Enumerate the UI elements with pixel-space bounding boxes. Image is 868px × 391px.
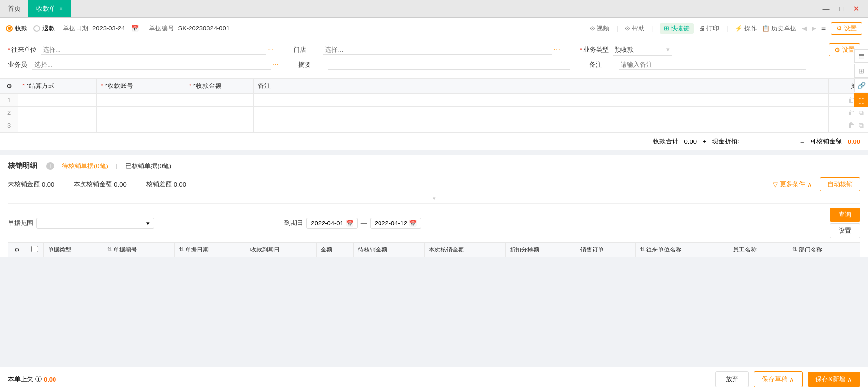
prev-info-icon[interactable]: ⓘ [35,375,42,384]
discard-button[interactable]: 放弃 [715,371,749,387]
cell-settlement-2[interactable] [18,107,97,119]
bottom-th-doc-date: ⇅ 单据日期 [174,243,246,257]
form-setting-label: 设置 [842,45,855,54]
discount-label: 现金折扣: [712,137,739,146]
history-icon: 📋 [762,25,770,32]
print-action[interactable]: 🖨 打印 [699,24,719,33]
calendar-icon[interactable]: 📅 [131,25,139,32]
help-action[interactable]: ⊙ 帮助 [625,24,645,33]
shortcut-icon: ⊞ [664,25,669,32]
video-label: 视频 [597,24,609,33]
auto-verify-button[interactable]: 自动核销 [820,177,860,191]
form-setting-icon: ⚙ [834,46,840,54]
net-value: 0.00 [848,138,860,145]
video-action[interactable]: ⊙ 视频 [590,24,609,33]
copy-row-2-btn[interactable]: ⧉ [859,109,864,116]
delete-row-2-btn[interactable]: 🗑 [848,109,855,116]
filter-icon: ▽ [773,181,778,188]
minimize-btn[interactable]: — [820,4,833,14]
pending-tab[interactable]: 待核销单据(0笔) [62,162,108,170]
sidebar-grid-icon[interactable]: ⊞ [854,64,868,78]
cell-account-3[interactable] [97,119,185,132]
counterpart-more-icon[interactable]: ··· [268,45,274,54]
shortcut-action[interactable]: ⊞ 快捷键 [660,23,694,34]
operation-icon: ⚡ [735,25,743,32]
footer-right: 放弃 保存草稿 ∧ 保存&新增 ∧ [715,371,860,387]
cell-account-1[interactable] [97,94,185,107]
due-date-label: 到期日 [284,219,303,227]
bottom-th-gear[interactable]: ⚙ [8,243,26,257]
due-date-from[interactable]: 2022-04-01 📅 [306,218,358,229]
counterpart-input[interactable] [41,45,266,55]
select-all-checkbox[interactable] [31,246,38,252]
store-more-icon[interactable]: ··· [554,45,560,54]
nav-next[interactable]: ▶ [812,25,816,32]
diff-label: 核销差额 [146,180,172,189]
verify-info-icon[interactable]: i [46,162,54,170]
operation-action[interactable]: ⚡ 操作 [735,24,757,33]
sidebar-expand-icon[interactable]: ⬚ [854,93,868,107]
layout-icon[interactable]: ≡ [821,24,826,33]
nav-prev[interactable]: ◀ [802,25,807,32]
bottom-th-checkbox[interactable] [26,243,44,257]
history-action[interactable]: 📋 历史单据 [762,24,797,33]
cell-notes-1[interactable] [254,94,829,107]
cell-account-2[interactable] [97,107,185,119]
save-draft-button[interactable]: 保存草稿 ∧ [754,371,803,387]
th-notes: 备注 [254,79,829,94]
th-gear[interactable]: ⚙ [0,79,18,94]
tab-close-icon[interactable]: × [59,5,63,12]
window-close-btn[interactable]: ✕ [850,4,862,14]
setting-gear-icon: ⚙ [836,25,842,32]
receipt-radio-dot [8,27,11,30]
cell-amount-2[interactable] [185,107,254,119]
cell-notes-2[interactable] [254,107,829,119]
salesperson-more-icon[interactable]: ··· [272,60,279,69]
total-label: 收款合计 [653,137,678,146]
discount-input[interactable] [745,137,794,146]
current-label: 本次核销金额 [74,180,112,189]
more-conditions-btn[interactable]: ▽ 更多条件 ∧ [773,180,812,189]
equals-sign: = [800,138,804,145]
verify-setting-button[interactable]: 设置 [830,223,860,238]
sep3: | [726,25,728,32]
save-draft-dropdown-icon[interactable]: ∧ [789,376,794,383]
query-button[interactable]: 查询 [830,208,860,222]
cell-settlement-1[interactable] [18,94,97,107]
cell-action-2: 🗑 ⧉ [829,107,868,119]
expand-arrow[interactable]: ▾ [8,194,860,203]
maximize-btn[interactable]: □ [837,4,846,14]
save-new-label: 保存&新增 [815,375,845,384]
save-new-button[interactable]: 保存&新增 ∧ [808,372,860,387]
notes-input[interactable] [619,60,806,70]
sidebar-link-icon[interactable]: 🔗 [854,79,868,92]
cell-settlement-3[interactable] [18,119,97,132]
delete-row-3-btn[interactable]: 🗑 [848,121,855,129]
counterpart-label: 往来单位 [11,45,41,54]
summary-input[interactable] [328,60,570,70]
save-new-dropdown-icon[interactable]: ∧ [847,376,852,383]
refund-radio[interactable]: 退款 [33,24,55,33]
cell-notes-3[interactable] [254,119,829,132]
scope-select[interactable]: ▾ [36,218,154,229]
tab-receipt[interactable]: 收款单 × [28,0,71,17]
done-tab[interactable]: 已核销单据(0笔) [125,162,171,170]
docnum-label: 单据编号 [149,24,174,33]
store-input[interactable] [323,45,551,55]
tab-home[interactable]: 首页 [0,0,28,17]
sidebar-table-icon[interactable]: ▤ [854,49,868,63]
cell-amount-3[interactable] [185,119,254,132]
notes-field: 备注 [589,60,806,70]
cell-amount-1[interactable] [185,94,254,107]
right-sidebar: ▤ ⊞ 🔗 ⬚ [854,49,868,107]
due-date-to[interactable]: 2022-04-12 📅 [370,218,422,229]
collapse-icon: ∧ [807,181,812,188]
net-label: 可核销金额 [810,137,842,146]
copy-row-3-btn[interactable]: ⧉ [859,121,864,129]
toolbar-right-actions: ⊙ 视频 | ⊙ 帮助 | ⊞ 快捷键 🖨 打印 | ⚡ 操作 📋 历史单据 ◀… [590,22,862,35]
tab-bar: 首页 收款单 × — □ ✕ [0,0,868,18]
salesperson-input[interactable] [32,60,271,70]
receipt-radio[interactable]: 收款 [6,24,27,33]
business-type-select[interactable]: 预收款 ▾ [613,44,672,56]
setting-button[interactable]: ⚙ 设置 [831,22,862,35]
